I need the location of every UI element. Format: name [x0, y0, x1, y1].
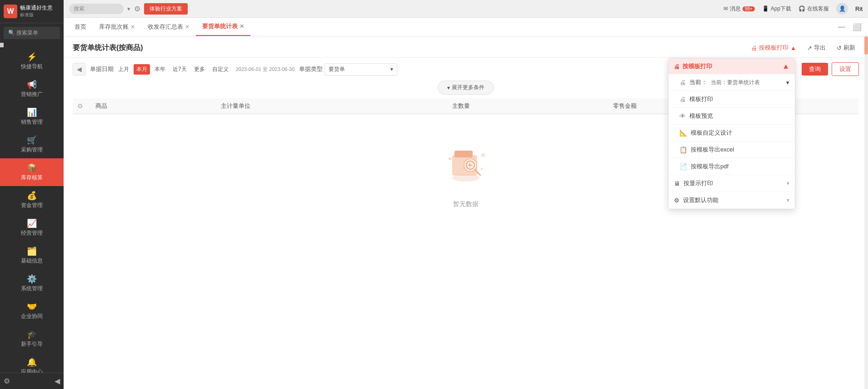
sidebar-footer: ⚙ ◀	[0, 373, 64, 389]
sidebar-item-label: 库存核算	[21, 174, 43, 182]
tabbar: 首页 库存批次账 ✕ 收发存汇总表 ✕ 要货单统计表 ✕ — ⬜	[64, 18, 868, 36]
sidebar-search-area: 🔍 搜索菜单	[0, 23, 64, 43]
export-pdf-icon: 📄	[679, 163, 687, 170]
date-btn-last-7[interactable]: 近7天	[170, 64, 190, 75]
sidebar-item-inventory[interactable]: 📦 库存核算	[0, 158, 64, 186]
scroll-up-arrow[interactable]: ▲	[0, 43, 4, 47]
sidebar-item-operations[interactable]: 📈 经营管理	[0, 214, 64, 242]
sidebar: W 畅康通好生意 标准版 🔍 搜索菜单 ▲ ⚡ 快捷导航 📢 营销推广 📊 销售…	[0, 0, 64, 389]
print-dropdown-toggle-button[interactable]: ▲	[782, 62, 789, 71]
template-preview-item[interactable]: 👁 模板预览	[668, 108, 795, 125]
print-dropdown-title: 🖨 按模板打印	[674, 62, 712, 71]
default-fn-section[interactable]: ⚙ 设置默认功能 ▾	[668, 192, 795, 209]
tab-order-stats[interactable]: 要货单统计表 ✕	[196, 18, 250, 36]
date-btn-last-month[interactable]: 上月	[115, 64, 132, 75]
logo-text: 畅康通好生意 标准版	[20, 5, 53, 18]
page-title: 要货单统计表(按商品)	[73, 43, 143, 53]
sidebar-item-purchase[interactable]: 🛒 采购管理	[0, 131, 64, 158]
sales-icon: 📊	[27, 107, 37, 117]
th-quantity: 主数量	[448, 98, 609, 114]
tab-close-inventory-batch[interactable]: ✕	[130, 24, 135, 30]
purchase-icon: 🛒	[27, 135, 37, 145]
tab-inventory-batch[interactable]: 库存批次账 ✕	[93, 18, 141, 35]
settings-button[interactable]: 设置	[832, 62, 859, 76]
sidebar-item-label: 新手引导	[21, 340, 43, 348]
template-print-item[interactable]: 🖨 模板打印	[668, 91, 795, 108]
query-button[interactable]: 查询	[802, 63, 828, 76]
type-select[interactable]: 要货单 ▾	[324, 63, 397, 76]
sidebar-item-finance[interactable]: 💰 资金管理	[0, 186, 64, 214]
type-label: 单据类型	[299, 65, 323, 73]
date-label: 单据日期	[90, 65, 114, 73]
user-avatar[interactable]: 👤	[836, 3, 848, 15]
current-template-icon: 🖨	[679, 79, 686, 86]
template-design-item[interactable]: 📐 模板自定义设计	[668, 125, 795, 141]
base-icon: 🗂️	[27, 246, 37, 256]
th-product: 商品	[91, 98, 216, 114]
topbar-dropdown-icon[interactable]: ▾	[127, 5, 130, 12]
date-btn-more[interactable]: 更多	[191, 64, 208, 75]
export-pdf-item[interactable]: 📄 按模板导出pdf	[668, 158, 795, 175]
action-row: ··· 查询 设置	[786, 62, 859, 76]
print-dropdown: 🖨 按模板打印 ▲ 🖨 当前： 当前：要货单统计表 ▾ 🖨 模板打印	[668, 58, 795, 209]
table-gear-icon[interactable]: ⚙	[77, 102, 83, 110]
filter-date-section: 单据日期 上月 本月 本年 近7天 更多 自定义	[90, 64, 231, 75]
sidebar-item-base[interactable]: 🗂️ 基础信息	[0, 242, 64, 269]
display-print-section[interactable]: 🖥 按显示打印 ▾	[668, 175, 795, 192]
sidebar-item-marketing[interactable]: 📢 营销推广	[0, 75, 64, 103]
messages-button[interactable]: ✉ 消息 99+	[723, 5, 755, 13]
th-extra	[804, 98, 859, 114]
sidebar-item-collab[interactable]: 🤝 企业协同	[0, 297, 64, 325]
expand-more-conditions-button[interactable]: ▾ 展开更多条件	[438, 81, 494, 95]
right-scrollbar[interactable]	[864, 36, 868, 389]
display-print-icon: 🖥	[674, 180, 680, 187]
sidebar-item-label: 系统管理	[21, 285, 43, 293]
topbar-gear-icon[interactable]: ⚙	[134, 5, 140, 13]
inventory-icon: 📦	[27, 163, 37, 173]
collab-icon: 🤝	[27, 302, 37, 312]
tab-expand-button[interactable]: ⬜	[851, 21, 863, 33]
settings-footer-button[interactable]: ⚙	[4, 377, 10, 385]
sidebar-item-appstore[interactable]: 🔔 应用中心	[0, 353, 64, 373]
tab-close-order-stats[interactable]: ✕	[239, 23, 244, 30]
sidebar-item-label: 快捷导航	[21, 63, 43, 71]
sidebar-item-label: 企业协同	[21, 313, 43, 320]
filter-collapse-button[interactable]: ◀	[73, 63, 85, 76]
svg-point-8	[449, 157, 451, 160]
tab-close-receivable-summary[interactable]: ✕	[185, 24, 190, 30]
user-name: Rit	[855, 5, 863, 12]
collapse-sidebar-button[interactable]: ◀	[55, 377, 60, 385]
export-icon: ↗	[807, 45, 812, 51]
date-btn-current-year[interactable]: 本年	[152, 64, 168, 75]
sidebar-item-guide[interactable]: 🎓 新手引导	[0, 325, 64, 353]
th-settings: ⚙	[73, 98, 91, 114]
sidebar-nav: ▲ ⚡ 快捷导航 📢 营销推广 📊 销售管理 🛒 采购管理 📦 库存核算 💰 资…	[0, 43, 64, 373]
online-service-button[interactable]: 🎧 在线客服	[798, 5, 829, 13]
tab-receivable-summary[interactable]: 收发存汇总表 ✕	[141, 18, 196, 35]
tab-home[interactable]: 首页	[68, 18, 93, 35]
search-menu-button[interactable]: 🔍 搜索菜单	[4, 27, 60, 39]
expand-chevron-icon: ▾	[447, 85, 450, 91]
sidebar-item-system[interactable]: ⚙️ 系统管理	[0, 269, 64, 297]
scrollbar-thumb[interactable]	[864, 36, 868, 55]
tabbar-right-buttons: — ⬜	[836, 21, 863, 33]
print-current-item[interactable]: 🖨 当前： 当前：要货单统计表 ▾	[668, 74, 795, 91]
sidebar-item-label: 采购管理	[21, 146, 43, 154]
tab-minimize-button[interactable]: —	[836, 21, 847, 33]
svg-point-10	[481, 168, 483, 170]
date-btn-current-month[interactable]: 本月	[134, 64, 150, 75]
date-btn-custom[interactable]: 自定义	[210, 64, 231, 75]
sidebar-item-quick-nav[interactable]: ⚡ 快捷导航	[0, 47, 64, 75]
topbar-search-display: 搜索	[69, 4, 124, 14]
message-icon: ✉	[723, 5, 728, 12]
trial-industry-button[interactable]: 体验行业方案	[144, 3, 188, 15]
export-button[interactable]: ↗ 导出	[803, 42, 829, 54]
printer-icon-dropdown: 🖨	[674, 63, 680, 70]
export-excel-item[interactable]: 📋 按模板导出excel	[668, 141, 795, 158]
empty-text: 暂无数据	[453, 200, 479, 208]
print-template-button[interactable]: 🖨 按模板打印 ▲	[748, 42, 800, 54]
app-download-button[interactable]: 📱 App下载	[762, 5, 791, 13]
sidebar-item-sales[interactable]: 📊 销售管理	[0, 103, 64, 131]
refresh-button[interactable]: ↺ 刷新	[833, 42, 859, 54]
template-print-icon: 🖨	[679, 96, 686, 103]
